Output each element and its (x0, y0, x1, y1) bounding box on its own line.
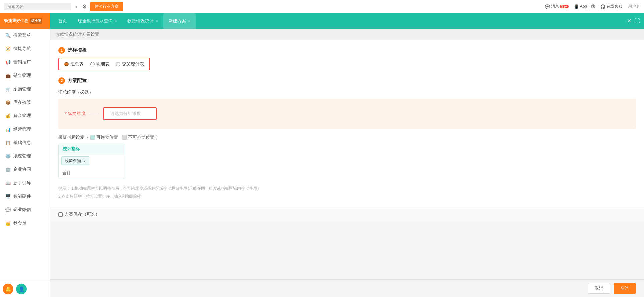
tab-bank-flow[interactable]: 现金银行流水查询 × (72, 13, 122, 29)
hardware-icon: 🖥️ (5, 194, 11, 199)
online-service-btn[interactable]: 🎧 在线客服 (600, 4, 623, 9)
save-checkbox-label[interactable]: 方案保存（可选） (58, 211, 100, 217)
sidebar-item-search[interactable]: 🔍 搜索菜单 (0, 29, 50, 42)
tab-bank-flow-close[interactable]: × (115, 19, 117, 23)
purchase-icon: 🛒 (5, 87, 11, 92)
guide-icon: 📖 (5, 181, 11, 186)
sidebar-bottom-icon2[interactable]: 👤 (16, 284, 27, 294)
sidebar-item-inventory[interactable]: 📦 库存核算 (0, 96, 50, 109)
service-icon: 🎧 (600, 4, 605, 9)
step1-label: 选择模板 (68, 47, 87, 53)
messages-badge: 99+ (560, 5, 569, 8)
dimension-title: 汇总维度（必选） (58, 89, 636, 95)
tab-receipt-stats-close[interactable]: × (156, 19, 158, 23)
search-input[interactable] (4, 3, 71, 10)
save-checkbox[interactable] (58, 212, 63, 217)
non-draggable-label: 不可拖动位置 (128, 134, 154, 140)
dimension-select-box[interactable]: 请选择分组维度 (103, 107, 157, 120)
sidebar-item-member[interactable]: 👑 畅会员 (0, 216, 50, 230)
logo-area: 畅捷通好生意 标准版 (0, 13, 50, 29)
app-download-btn[interactable]: 📱 App下载 (574, 4, 595, 9)
cancel-button[interactable]: 取消 (588, 283, 610, 294)
sidebar-item-operations[interactable]: 📊 经营管理 (0, 122, 50, 136)
radio-huizong[interactable]: 汇总表 (64, 61, 84, 67)
sidebar-item-guide[interactable]: 📖 新手引导 (0, 176, 50, 190)
tab-home[interactable]: 首页 (53, 13, 72, 29)
basic-info-icon: 📋 (5, 140, 11, 145)
navigation-icon: 🧭 (5, 46, 11, 51)
tip2: 2.点击标题栏下拉可设置排序、插入列和删除列 (58, 192, 636, 200)
industry-btn[interactable]: 体验行业方案 (90, 2, 123, 11)
sidebar-item-enterprise[interactable]: 🏢 企业协同 (0, 163, 50, 176)
message-icon: 💬 (545, 4, 550, 9)
operations-icon: 📊 (5, 127, 11, 132)
dimension-arrow: —— (90, 111, 99, 116)
tip1: 提示： 1.拖动标题栏可以调整布局，不可跨维度或指标区域拖动栏目字段(只能在同一… (58, 184, 636, 192)
user-info: 用户名 (628, 4, 640, 9)
sales-icon: 💼 (5, 73, 11, 78)
indicator-total-row: 合计 (59, 169, 125, 179)
sidebar-item-wechat[interactable]: 💬 企业微信 (0, 203, 50, 216)
radio-mingxi[interactable]: 明细表 (90, 61, 109, 67)
tab-new-plan[interactable]: 新建方案 × (163, 13, 196, 29)
step2-label: 方案配置 (68, 78, 87, 84)
step2-number: 2 (58, 77, 65, 84)
dropdown-icon: ▼ (74, 4, 78, 9)
sidebar-item-navigation[interactable]: 🧭 快捷导航 (0, 42, 50, 55)
settings-icon[interactable]: ⚙ (82, 3, 87, 10)
draggable-label: 可拖动位置 (96, 134, 118, 140)
sidebar-item-finance[interactable]: 💰 资金管理 (0, 109, 50, 122)
non-draggable-indicator (122, 135, 127, 140)
sidebar-item-marketing[interactable]: 📢 营销推广 (0, 55, 50, 69)
window-close-icon[interactable]: ✕ (627, 18, 631, 24)
tab-new-plan-close[interactable]: × (188, 19, 190, 23)
dropdown-arrow-icon: ∨ (83, 159, 86, 163)
inventory-icon: 📦 (5, 100, 11, 105)
tab-receipt-stats[interactable]: 收款情况统计 × (122, 13, 163, 29)
logo-text: 畅捷通好生意 (4, 18, 28, 24)
radio-jiaocha[interactable]: 交叉统计表 (116, 61, 144, 67)
sidebar-item-basic-info[interactable]: 📋 基础信息 (0, 136, 50, 149)
sidebar-item-system[interactable]: ⚙️ 系统管理 (0, 149, 50, 163)
indicators-config-label: 模板指标设定（ (58, 134, 89, 140)
window-maximize-icon[interactable]: ⛶ (635, 18, 640, 24)
indicator-tag-receipt[interactable]: 收款金额 ∨ (61, 156, 89, 165)
draggable-indicator (90, 135, 95, 140)
sidebar-item-hardware[interactable]: 🖥️ 智能硬件 (0, 190, 50, 203)
member-icon: 👑 (5, 221, 11, 226)
messages-btn[interactable]: 💬 消息 99+ (545, 4, 569, 9)
system-icon: ⚙️ (5, 154, 11, 159)
marketing-icon: 📢 (5, 60, 11, 65)
query-button[interactable]: 查询 (614, 283, 636, 294)
wechat-icon: 💬 (5, 207, 11, 212)
sidebar-item-purchase[interactable]: 🛒 采购管理 (0, 82, 50, 96)
finance-icon: 💰 (5, 113, 11, 118)
sidebar-bottom-icon1[interactable]: 🔔 (3, 284, 13, 294)
step1-number: 1 (58, 47, 65, 54)
dimension-row-label: * 纵向维度 (65, 111, 86, 117)
logo-tag: 标准版 (30, 18, 42, 24)
enterprise-icon: 🏢 (5, 167, 11, 172)
breadcrumb: 收款情况统计方案设置 (50, 29, 644, 40)
indicators-section-label: 统计指标 (59, 144, 125, 154)
download-icon: 📱 (574, 4, 579, 9)
search-icon: 🔍 (5, 33, 11, 38)
sidebar-item-sales[interactable]: 💼 销售管理 (0, 69, 50, 82)
